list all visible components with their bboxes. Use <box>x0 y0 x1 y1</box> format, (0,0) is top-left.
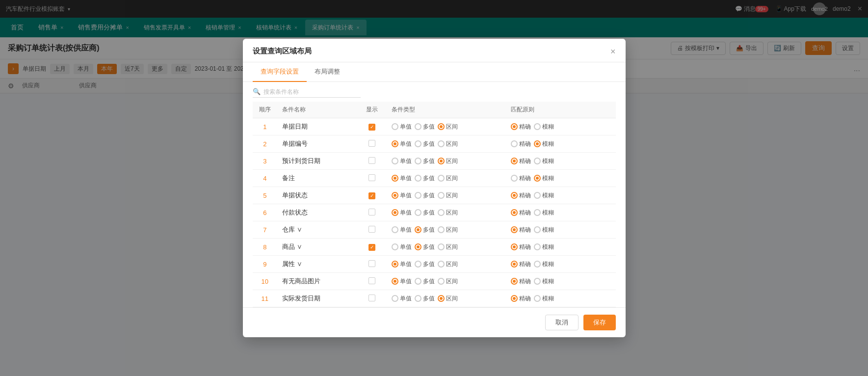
search-icon: 🔍 <box>253 88 261 94</box>
modal-close-button[interactable]: × <box>610 47 616 56</box>
modal-overlay: 设置查询区域布局 × 查询字段设置 布局调整 🔍 顺序 <box>0 0 868 94</box>
modal-tab-query[interactable]: 查询字段设置 <box>253 62 307 82</box>
modal-title: 设置查询区域布局 <box>253 47 312 56</box>
search-wrapper: 🔍 <box>253 88 361 94</box>
modal-tab-layout[interactable]: 布局调整 <box>307 62 348 82</box>
search-input[interactable] <box>263 88 352 94</box>
settings-modal: 设置查询区域布局 × 查询字段设置 布局调整 🔍 顺序 <box>243 39 626 94</box>
modal-tabs: 查询字段设置 布局调整 <box>243 62 626 82</box>
modal-search-area: 🔍 <box>243 82 626 94</box>
modal-header: 设置查询区域布局 × <box>243 39 626 62</box>
